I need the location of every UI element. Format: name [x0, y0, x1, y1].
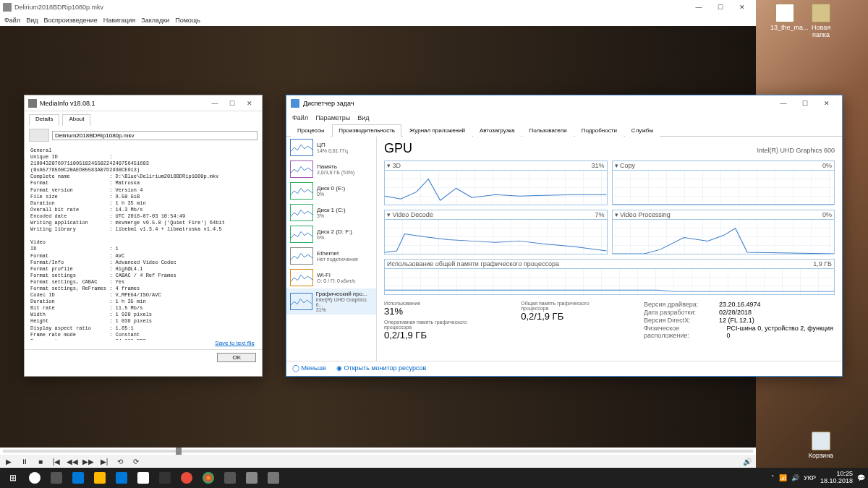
- save-to-file-link[interactable]: Save to text file: [25, 340, 262, 349]
- tray-clock[interactable]: 10:25 18.10.2018: [820, 471, 853, 485]
- next-button[interactable]: ▶|: [98, 457, 110, 467]
- menu-file[interactable]: Файл: [292, 114, 308, 121]
- taskbar-app[interactable]: [263, 469, 284, 487]
- sidebar-item-disk[interactable]: Диск 1 (C:)3%: [286, 202, 376, 223]
- sidebar-item-gpu[interactable]: Графический про...Intel(R) UHD Graphics …: [286, 288, 376, 314]
- forward-button[interactable]: ▶▶: [82, 457, 94, 467]
- gpu-panel: GPU Intel(R) UHD Graphics 600 ▾ 3D31%▾ C…: [377, 137, 842, 361]
- desktop-icon[interactable]: Новая папка: [807, 4, 835, 38]
- step-back-button[interactable]: ⟲: [114, 457, 126, 467]
- mini-graph-icon: [290, 160, 313, 178]
- close-button[interactable]: ✕: [241, 100, 258, 107]
- open-resource-monitor-link[interactable]: ◉ Открыть монитор ресурсов: [336, 364, 426, 372]
- sidebar-item-disk[interactable]: Диск 2 (D: F:)6%: [286, 223, 376, 245]
- menu-file[interactable]: Файл: [4, 17, 20, 24]
- play-button[interactable]: ▶: [3, 457, 14, 467]
- folder-icon: [812, 4, 830, 22]
- file-path-input[interactable]: [52, 131, 258, 140]
- mini-graph-icon: [290, 204, 313, 221]
- task-manager-footer: ◯ Меньше ◉ Открыть монитор ресурсов: [286, 361, 842, 374]
- menu-help[interactable]: Помощь: [175, 17, 200, 24]
- prev-button[interactable]: |◀: [51, 457, 62, 467]
- gpu-chart-copy[interactable]: ▾ Copy0%: [612, 160, 835, 205]
- mediainfo-icon: [28, 99, 37, 108]
- gpu-chart-3d[interactable]: ▾ 3D31%: [384, 160, 608, 205]
- tab-processes[interactable]: Процессы: [291, 124, 331, 137]
- task-manager-window: Диспетчер задач — ☐ ✕ Файл Параметры Вид…: [286, 95, 843, 377]
- player-controls: ▶ ⏸ ■ |◀ ◀◀ ▶▶ ▶| ⟲ ⟳ 🔊: [0, 455, 756, 468]
- taskbar-app[interactable]: [242, 469, 262, 487]
- menu-view[interactable]: Вид: [357, 114, 369, 121]
- taskbar-app[interactable]: [90, 469, 110, 487]
- menu-navigation[interactable]: Навигация: [103, 17, 135, 24]
- task-manager-menubar: Файл Параметры Вид: [286, 111, 842, 124]
- taskbar-app[interactable]: [198, 469, 218, 487]
- minimize-button[interactable]: —: [688, 4, 710, 11]
- desktop-icon[interactable]: 13_the_ma...: [770, 4, 799, 31]
- sidebar-item-wifi[interactable]: Wi-FiО: 0 / П: 0 кбит/с: [286, 267, 376, 288]
- fewer-details-link[interactable]: ◯ Меньше: [292, 364, 326, 372]
- file-icon: [775, 4, 794, 22]
- taskbar-app[interactable]: [133, 469, 153, 487]
- close-button[interactable]: ✕: [731, 4, 753, 11]
- taskbar-app[interactable]: [68, 469, 88, 487]
- maximize-button[interactable]: ☐: [794, 100, 816, 107]
- gpu-chart-video-processing[interactable]: ▾ Video Processing0%: [612, 210, 835, 254]
- mini-graph-icon: [290, 226, 313, 243]
- sidebar-item-mem[interactable]: Память2,0/3,8 ГБ (53%): [286, 158, 376, 180]
- menu-bookmarks[interactable]: Закладки: [141, 17, 169, 24]
- tab-startup[interactable]: Автозагрузка: [473, 124, 522, 137]
- tab-services[interactable]: Службы: [625, 124, 660, 137]
- taskbar-app[interactable]: [176, 469, 197, 487]
- rewind-button[interactable]: ◀◀: [67, 457, 78, 467]
- sidebar-item-disk[interactable]: Диск 0 (E:)0%: [286, 180, 376, 202]
- search-button[interactable]: [25, 469, 45, 487]
- tab-details[interactable]: Details: [29, 114, 59, 126]
- stop-button[interactable]: ■: [35, 457, 46, 467]
- mini-graph-icon: [290, 269, 313, 286]
- minimize-button[interactable]: —: [206, 100, 224, 107]
- maximize-button[interactable]: ☐: [710, 4, 731, 11]
- desktop-icon-recycle[interactable]: Корзина: [807, 432, 835, 459]
- mini-graph-icon: [290, 247, 313, 265]
- media-player-title: Delirium2018BDRip1080p.mkv: [14, 4, 103, 11]
- task-view-button[interactable]: [46, 469, 67, 487]
- tray-notifications-icon[interactable]: 💬: [857, 474, 865, 481]
- ok-button[interactable]: OK: [217, 353, 256, 362]
- taskbar-app[interactable]: [111, 469, 132, 487]
- taskbar-app[interactable]: [220, 469, 240, 487]
- minimize-button[interactable]: —: [773, 100, 794, 107]
- task-manager-icon: [291, 99, 299, 108]
- tab-users[interactable]: Пользователи: [522, 124, 573, 137]
- tray-network-icon[interactable]: 📶: [779, 474, 787, 481]
- tab-about[interactable]: About: [62, 114, 90, 126]
- mediainfo-window: MediaInfo v18.08.1 — ☐ ✕ Details About G…: [24, 95, 263, 377]
- tab-details[interactable]: Подробности: [575, 124, 624, 137]
- tray-chevron-icon[interactable]: ˄: [771, 474, 775, 481]
- tab-apphistory[interactable]: Журнал приложений: [403, 124, 472, 137]
- mediainfo-detail-text: General Unique ID : 21994320769711095102…: [25, 145, 262, 340]
- sidebar-item-eth[interactable]: EthernetНет подключения: [286, 245, 376, 267]
- tray-language[interactable]: УКР: [804, 474, 816, 481]
- menu-playback[interactable]: Воспроизведение: [43, 17, 97, 24]
- maximize-button[interactable]: ☐: [224, 100, 241, 107]
- tray-volume-icon[interactable]: 🔊: [791, 474, 799, 481]
- volume-icon[interactable]: 🔊: [741, 457, 753, 467]
- close-button[interactable]: ✕: [816, 100, 838, 107]
- pause-button[interactable]: ⏸: [19, 457, 30, 467]
- seek-bar[interactable]: [0, 448, 756, 455]
- gpu-chart-video-decode[interactable]: ▾ Video Decode7%: [384, 210, 608, 254]
- sidebar-item-cpu[interactable]: ЦП14% 0,81 ГГц: [286, 137, 376, 158]
- step-fwd-button[interactable]: ⟳: [130, 457, 142, 467]
- menu-options[interactable]: Параметры: [315, 114, 350, 121]
- dedmem-label: Оперативная память графического процессо…: [384, 320, 492, 330]
- gpu-info-row: Физическое расположение:PCI-шина 0, устр…: [644, 325, 835, 339]
- mediainfo-title: MediaInfo v18.08.1: [40, 100, 95, 107]
- tab-performance[interactable]: Производительность: [332, 124, 401, 137]
- gpu-memory-chart[interactable]: Использование общей памяти графического …: [384, 259, 835, 295]
- taskbar-app[interactable]: [155, 469, 175, 487]
- seek-thumb[interactable]: [176, 448, 182, 455]
- mini-graph-icon: [290, 182, 313, 200]
- start-button[interactable]: ⊞: [3, 469, 23, 487]
- menu-view[interactable]: Вид: [26, 17, 38, 24]
